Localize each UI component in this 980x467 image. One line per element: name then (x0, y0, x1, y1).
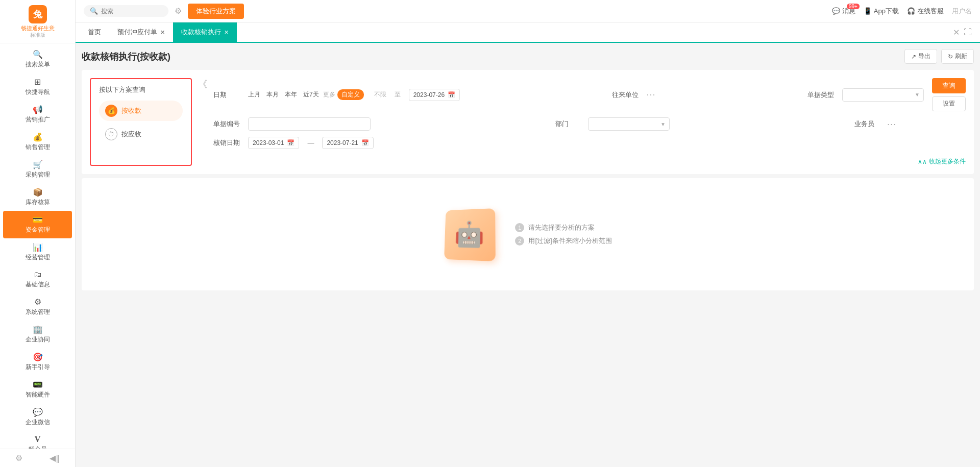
topbar-search-box[interactable]: 🔍 (84, 5, 168, 17)
date-range-sep: — (307, 139, 314, 147)
user-name[interactable]: 用户名 (952, 7, 972, 16)
filter-option-by-receivable[interactable]: ⏱ 按应收 (99, 124, 183, 144)
sidebar-item-member[interactable]: V 畅会员 (0, 431, 75, 449)
sales-icon: 💰 (33, 132, 43, 142)
dept-select-wrapper: ▼ (588, 117, 670, 131)
sidebar-item-label: 营销推广 (26, 115, 50, 124)
shortcut-custom[interactable]: 自定义 (337, 89, 364, 100)
sidebar-item-operation[interactable]: 📊 经营管理 (0, 238, 75, 266)
service-label: 在线客服 (917, 7, 944, 16)
tabbar: 首页 预付冲应付单 ✕ 收款核销执行 ✕ ✕ ⛶ (76, 22, 980, 43)
sidebar-item-search-menu[interactable]: 🔍 搜索菜单 (0, 45, 75, 73)
solution-button[interactable]: 体验行业方案 (188, 4, 244, 19)
tab-receipt-writeoff[interactable]: 收款核销执行 ✕ (173, 22, 237, 43)
date-to-input[interactable]: 2023-07-26 📅 (409, 89, 460, 101)
sidebar-item-guide[interactable]: 🎯 新手引导 (0, 348, 75, 376)
sidebar-item-quick-nav[interactable]: ⊞ 快捷导航 (0, 73, 75, 101)
sidebar-item-inventory[interactable]: 📦 库存核算 (0, 183, 75, 211)
filter-option-by-receipt[interactable]: 💰 按收款 (99, 101, 183, 121)
app-logo: 兔 畅捷通好生意 标准版 (0, 0, 75, 43)
basic-info-icon: 🗂 (34, 270, 42, 279)
message-button[interactable]: 💬 消息 99+ (832, 7, 855, 16)
shortcut-more[interactable]: 更多 (323, 90, 335, 99)
empty-state: 🤖 1 请先选择要分析的方案 2 用[过滤]条件来缩小分析范围 (82, 178, 974, 290)
tab-prepay-label: 预付冲应付单 (117, 28, 157, 37)
empty-illustration: 🤖 (444, 208, 496, 261)
tab-receipt-writeoff-label: 收款核销执行 (181, 28, 221, 37)
system-icon: ⚙ (34, 297, 41, 307)
sidebar-item-label: 销售管理 (26, 143, 50, 152)
shortcut-this-year[interactable]: 本年 (283, 89, 299, 100)
sidebar-item-smart-hw[interactable]: 📟 智能硬件 (0, 376, 75, 403)
date-unlimited-label: 不限 (374, 90, 386, 99)
wechat-icon: 💬 (33, 407, 43, 417)
filter-option-by-receivable-label: 按应收 (121, 130, 141, 139)
dept-select[interactable] (588, 117, 670, 131)
quick-nav-icon: ⊞ (34, 77, 41, 87)
sidebar-item-capital[interactable]: 💳 资金管理 (3, 211, 72, 238)
page-title-bar: 收款核销执行(按收款) ↗ 导出 ↻ 刷新 (82, 49, 974, 64)
online-service-button[interactable]: 🎧 在线客服 (907, 7, 944, 16)
empty-hints: 1 请先选择要分析的方案 2 用[过滤]条件来缩小分析范围 (515, 223, 611, 245)
tab-prepay-close[interactable]: ✕ (160, 29, 165, 36)
main-area: 🔍 ⚙ 体验行业方案 💬 消息 99+ 📱 App下载 🎧 在线客服 用户名 (76, 0, 980, 467)
tab-home[interactable]: 首页 (80, 22, 109, 43)
search-input[interactable] (101, 8, 162, 15)
sidebar-item-basic-info[interactable]: 🗂 基础信息 (0, 266, 75, 293)
settings-bottom-icon[interactable]: ⚙ (15, 453, 22, 463)
tab-prepay[interactable]: 预付冲应付单 ✕ (109, 22, 173, 43)
collapse-filter-panel-button[interactable]: 《 (198, 78, 207, 90)
sidebar-item-label: 资金管理 (26, 226, 50, 234)
sidebar-item-system[interactable]: ⚙ 系统管理 (0, 293, 75, 321)
topbar: 🔍 ⚙ 体验行业方案 💬 消息 99+ 📱 App下载 🎧 在线客服 用户名 (76, 0, 980, 22)
refresh-button[interactable]: ↻ 刷新 (941, 49, 974, 64)
sidebar-item-label: 采购管理 (26, 170, 50, 179)
sidebar-item-label: 企业协同 (26, 335, 50, 344)
staff-select-button[interactable]: ··· (887, 119, 896, 130)
doc-type-select-wrapper: ▼ (842, 88, 924, 102)
filter-panel: 按以下方案查询 💰 按收款 ⏱ 按应收 (90, 78, 192, 166)
sidebar-item-cooperation[interactable]: 🏢 企业协同 (0, 321, 75, 348)
writeoff-date-from-value: 2023-03-01 (253, 139, 284, 146)
date-to-value: 2023-07-26 (413, 91, 445, 99)
marketing-icon: 📢 (33, 105, 43, 114)
shortcut-this-month[interactable]: 本月 (264, 89, 281, 100)
tab-receipt-writeoff-close[interactable]: ✕ (224, 29, 229, 36)
message-icon: 💬 (832, 7, 840, 15)
query-button[interactable]: 查询 (932, 78, 966, 93)
topbar-right: 💬 消息 99+ 📱 App下载 🎧 在线客服 用户名 (832, 7, 972, 16)
partner-select-button[interactable]: ··· (647, 89, 656, 100)
doc-no-input[interactable] (248, 117, 371, 131)
empty-hint-2: 2 用[过滤]条件来缩小分析范围 (515, 236, 611, 245)
filter-area: 按以下方案查询 💰 按收款 ⏱ 按应收 《 日期 上月 (82, 70, 974, 174)
query-form: 日期 上月 本月 本年 近7天 更多 自定义 不限 至 2023-07-26 📅 (213, 78, 966, 166)
sidebar-item-wechat[interactable]: 💬 企业微信 (0, 403, 75, 431)
sidebar-item-marketing[interactable]: 📢 营销推广 (0, 101, 75, 128)
writeoff-date-from-input[interactable]: 2023-03-01 📅 (248, 137, 299, 149)
sidebar-item-purchase[interactable]: 🛒 采购管理 (0, 156, 75, 183)
form-row-2: 单据编号 部门 ▼ 业务员 ··· (213, 117, 966, 131)
collapse-more-button[interactable]: ∧∧ 收起更多条件 (918, 157, 966, 166)
by-receipt-icon: 💰 (105, 105, 117, 117)
date-shortcuts: 上月 本月 本年 近7天 更多 自定义 (246, 89, 364, 100)
hint-num-2: 2 (515, 236, 524, 245)
writeoff-date-to-input[interactable]: 2023-07-21 📅 (322, 137, 373, 149)
sidebar-item-label: 畅会员 (29, 445, 47, 449)
page-actions: ↗ 导出 ↻ 刷新 (904, 49, 974, 64)
sidebar-item-sales[interactable]: 💰 销售管理 (0, 128, 75, 156)
sidebar-item-label: 快捷导航 (26, 88, 50, 96)
close-tab-icon[interactable]: ✕ (953, 28, 960, 37)
writeoff-calendar-to-icon: 📅 (361, 139, 369, 146)
shortcut-7days[interactable]: 近7天 (301, 89, 321, 100)
doc-type-select[interactable] (842, 88, 924, 102)
settings-button[interactable]: 设置 (932, 96, 966, 111)
filter-panel-title: 按以下方案查询 (99, 85, 183, 94)
shortcut-last-month[interactable]: 上月 (246, 89, 262, 100)
app-download-button[interactable]: 📱 App下载 (864, 7, 899, 16)
collapse-sidebar-icon[interactable]: ◀‖ (50, 453, 60, 463)
page-content: 收款核销执行(按收款) ↗ 导出 ↻ 刷新 按以下方案查询 💰 按收款 (76, 43, 980, 467)
fullscreen-icon[interactable]: ⛶ (964, 28, 972, 37)
sidebar-item-label: 新手引导 (26, 363, 50, 372)
gear-icon[interactable]: ⚙ (175, 6, 182, 16)
export-button[interactable]: ↗ 导出 (904, 49, 937, 64)
